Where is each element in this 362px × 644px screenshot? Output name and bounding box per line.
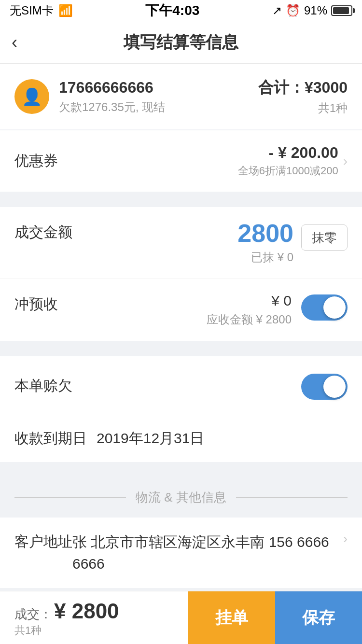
- avatar: 👤: [14, 79, 49, 114]
- logistics-line-left: [14, 497, 126, 498]
- deal-amount-section: 成交金额 2800 已抹 ¥ 0 抹零 冲预收 ¥ 0 应收金额 ¥ 2800: [0, 207, 362, 341]
- hang-button[interactable]: 挂单: [188, 591, 275, 644]
- alarm-icon: ⏰: [286, 4, 300, 17]
- coupon-desc: 全场6折满1000减200: [238, 164, 338, 178]
- coupon-value: - ¥ 200.00 全场6折满1000减200: [238, 144, 338, 178]
- order-count: 共1种: [258, 100, 348, 116]
- prepay-sub: 应收金额 ¥ 2800: [207, 312, 292, 327]
- divider-1: [0, 199, 362, 207]
- deal-amount-label: 成交金额: [14, 223, 72, 242]
- battery-percent: 91%: [304, 4, 327, 17]
- wifi-icon: 📶: [58, 4, 73, 17]
- bottom-label: 成交：: [14, 606, 52, 623]
- deal-sub: 已抹 ¥ 0: [237, 250, 293, 265]
- address-label: 客户地址: [14, 532, 72, 552]
- coupon-right: - ¥ 200.00 全场6折满1000减200 ›: [238, 144, 348, 178]
- prepay-right: ¥ 0 应收金额 ¥ 2800: [207, 293, 348, 327]
- logistics-title: 物流 & 其他信息: [126, 489, 236, 506]
- customer-left: 👤 17666666666 欠款1276.35元, 现结: [14, 79, 165, 115]
- bottom-summary: 成交： ¥ 2800 共1种: [0, 598, 188, 638]
- nav-bar: ‹ 填写结算等信息: [0, 21, 362, 64]
- prepay-toggle[interactable]: [301, 294, 348, 321]
- bottom-count: 共1种: [14, 623, 174, 638]
- debit-label: 本单赊欠: [14, 376, 72, 396]
- deal-number: 2800: [237, 221, 293, 246]
- divider-2: [0, 349, 362, 356]
- carrier-text: 无SIM卡: [10, 3, 54, 18]
- prepay-amount-value: ¥ 0 应收金额 ¥ 2800: [207, 293, 292, 327]
- total-amount: 合计：¥3000: [258, 77, 348, 98]
- customer-card: 👤 17666666666 欠款1276.35元, 现结 合计：¥3000 共1…: [0, 64, 362, 129]
- status-right: ↗ ⏰ 91%: [272, 4, 352, 17]
- battery-bar: [331, 5, 352, 16]
- debit-section: 本单赊欠 收款到期日 2019年12月31日: [0, 356, 362, 462]
- logistics-line-right: [236, 497, 348, 498]
- due-date-label: 收款到期日: [14, 429, 87, 448]
- prepay-number: ¥ 0: [207, 293, 292, 309]
- prepay-row: 冲预收 ¥ 0 应收金额 ¥ 2800: [0, 279, 362, 341]
- back-button[interactable]: ‹: [12, 32, 17, 53]
- address-row[interactable]: 客户地址 张 北京市市辖区海淀区永丰南 156 6666 6666 ›: [0, 518, 362, 588]
- amount-row: 成交金额 2800 已抹 ¥ 0 抹零: [0, 207, 362, 279]
- round-button[interactable]: 抹零: [301, 224, 348, 251]
- debit-row: 本单赊欠: [0, 356, 362, 415]
- location-icon: ↗: [272, 4, 282, 17]
- address-content: 张 北京市市辖区海淀区永丰南 156 6666 6666: [72, 531, 343, 574]
- due-date-row: 收款到期日 2019年12月31日: [0, 415, 362, 462]
- page-title: 填写结算等信息: [124, 31, 238, 54]
- amount-value: 2800 已抹 ¥ 0: [237, 221, 293, 265]
- customer-phone: 17666666666: [59, 79, 165, 97]
- chevron-right-icon: ›: [343, 154, 348, 169]
- save-button[interactable]: 保存: [275, 591, 362, 644]
- address-chevron-icon: ›: [343, 531, 348, 546]
- coupon-discount: - ¥ 200.00: [238, 144, 338, 162]
- bottom-bar: 成交： ¥ 2800 共1种 挂单 保存: [0, 591, 362, 644]
- logistics-header: 物流 & 其他信息: [0, 477, 362, 518]
- prepay-label: 冲预收: [14, 294, 58, 314]
- coupon-label: 优惠券: [14, 151, 58, 171]
- divider-3: [0, 470, 362, 477]
- debit-toggle-knob: [323, 376, 346, 398]
- status-time: 下午4:03: [145, 1, 199, 20]
- customer-right: 合计：¥3000 共1种: [258, 77, 348, 116]
- amount-right: 2800 已抹 ¥ 0 抹零: [237, 221, 348, 265]
- toggle-knob: [323, 296, 346, 319]
- coupon-row[interactable]: 优惠券 - ¥ 200.00 全场6折满1000减200 ›: [0, 130, 362, 192]
- status-bar: 无SIM卡 📶 下午4:03 ↗ ⏰ 91%: [0, 0, 362, 21]
- bottom-row: 成交： ¥ 2800: [14, 598, 174, 623]
- customer-info: 17666666666 欠款1276.35元, 现结: [59, 79, 165, 115]
- battery-fill: [333, 7, 349, 14]
- status-left: 无SIM卡 📶: [10, 3, 73, 18]
- bottom-amount: ¥ 2800: [54, 599, 119, 623]
- main-content: 👤 17666666666 欠款1276.35元, 现结 合计：¥3000 共1…: [0, 64, 362, 644]
- due-date-value: 2019年12月31日: [97, 429, 204, 448]
- debit-toggle[interactable]: [301, 374, 348, 400]
- customer-debt: 欠款1276.35元, 现结: [59, 99, 165, 115]
